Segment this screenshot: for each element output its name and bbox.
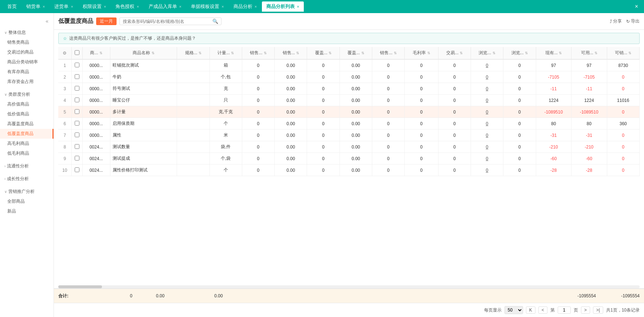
browse1-column-header[interactable]: 浏览... ⇅ [471,47,503,59]
row-browse1[interactable]: 0 [471,71,503,83]
horizontal-scrollbar[interactable] [58,285,640,288]
trans-column-header[interactable]: 交易... ⇅ [438,47,471,59]
close-icon[interactable]: × [179,4,181,9]
nav-tab-sales[interactable]: 销货单 × [22,1,49,12]
settings-icon[interactable]: ⚙ [63,51,67,56]
row-browse1[interactable]: 0 [471,83,503,95]
sidebar-item-sales-goods[interactable]: 销售类商品 [0,37,54,47]
sidebar-item-all-goods[interactable]: 全部商品 [0,197,54,206]
nav-tab-permission[interactable]: 权限设置 × [78,1,110,12]
close-icon[interactable]: × [297,4,299,9]
row-browse1[interactable]: 0 [471,165,503,176]
table-container[interactable]: ⚙ 商... ⇅ 商品名称 ⇅ 规格... ⇅ 计量... ⇅ 销售... ⇅ … [54,47,644,285]
row-sales-qty: 0 [242,59,274,71]
row-browse1[interactable]: 0 [471,153,503,165]
row-browse2: 0 [503,106,536,118]
sidebar-item-in-stock[interactable]: 有库存商品 [0,67,54,77]
sidebar-item-category-rate[interactable]: 商品分类动销率 [0,57,54,67]
sidebar-item-high-value[interactable]: 高价值商品 [0,99,54,109]
nav-tab-home[interactable]: 首页 [3,1,21,12]
sidebar-item-high-coverage[interactable]: 高覆盖度商品 [0,119,54,129]
sidebar-item-low-value[interactable]: 低价值商品 [0,109,54,119]
gross-rate-column-header[interactable]: 毛利率 ⇅ [405,47,438,59]
close-icon[interactable]: × [221,4,224,9]
close-icon[interactable]: × [137,4,139,9]
row-browse1[interactable]: 0 [471,106,503,118]
sidebar-item-traded-goods[interactable]: 交易过的商品 [0,47,54,57]
select-all-checkbox[interactable] [75,50,79,55]
sales3-column-header[interactable]: 销售... ⇅ [372,47,404,59]
sidebar-item-capital[interactable]: 库存资金占用 [0,77,54,87]
row-checkbox[interactable] [71,153,82,165]
row-checkbox[interactable] [71,165,82,176]
row-checkbox[interactable] [71,141,82,153]
name-column-header[interactable]: 商品名称 ⇅ [110,47,177,59]
stock-avail-column-header[interactable]: 可用... ⇅ [572,47,607,59]
row-cover1: 0 [307,141,339,153]
last-page-button[interactable]: >| [593,306,603,314]
sales-qty-column-header[interactable]: 销售... ⇅ [242,47,274,59]
table-row: 7 0000... 属性 米 0 0.00 0 0.00 0 0 0 0 0 -… [58,130,640,141]
sidebar-item-new-goods[interactable]: 新品 [0,206,54,216]
row-checkbox[interactable] [71,106,82,118]
row-browse1[interactable]: 0 [471,141,503,153]
total-label: 合计: [58,293,117,299]
next-page-button[interactable]: > [581,306,590,314]
row-checkbox[interactable] [71,130,82,141]
window-close-button[interactable]: × [632,3,641,10]
nav-tab-role[interactable]: 角色授权 × [111,1,143,12]
stock-sale-column-header[interactable]: 可销... ⇅ [607,47,639,59]
cover2-column-header[interactable]: 覆盖... ⇅ [339,47,372,59]
nav-tab-analysis[interactable]: 商品分析 × [229,1,261,12]
search-input[interactable] [123,19,211,24]
row-browse1[interactable]: 0 [471,95,503,106]
period-button[interactable]: 近一月 [96,17,117,25]
nav-tab-template[interactable]: 单据模板设置 × [186,1,228,12]
browse2-column-header[interactable]: 浏览... ⇅ [503,47,536,59]
sales-amt-column-header[interactable]: 销售... ⇅ [275,47,307,59]
sidebar-item-low-margin[interactable]: 低毛利商品 [0,148,54,158]
row-sales-qty: 0 [242,165,274,176]
row-checkbox[interactable] [71,83,82,95]
nav-tab-purchase[interactable]: 进货单 × [50,1,77,12]
row-checkbox[interactable] [71,118,82,130]
sidebar-group-marketing[interactable]: ∨ 营销推广分析 [0,187,54,197]
sidebar-group-cluster[interactable]: ∨ 类群度分析 [0,90,54,99]
close-icon[interactable]: × [104,4,106,9]
nav-tab-analysis-list[interactable]: 商品分析列表 × [262,1,303,12]
settings-column-header[interactable]: ⚙ [58,47,71,59]
scrollbar-thumb[interactable] [58,285,102,288]
row-spec [177,153,209,165]
nav-tab-product[interactable]: 产成品入库单 × [144,1,186,12]
sidebar-group-liquidity[interactable]: › 流通性分析 [0,161,54,171]
total-row: 合计: 0 0.00 0.00 -1095554 -1095554 [54,288,644,303]
current-page-input[interactable] [558,306,571,314]
checkbox-column-header[interactable] [71,47,82,59]
code-column-header[interactable]: 商... ⇅ [82,47,110,59]
unit-column-header[interactable]: 计量... ⇅ [209,47,242,59]
export-button[interactable]: ↻ 导出 [626,18,640,24]
row-browse1[interactable]: 0 [471,118,503,130]
close-icon[interactable]: × [71,4,73,9]
sidebar-item-low-coverage[interactable]: 低覆盖度商品 [0,129,54,139]
close-icon[interactable]: × [255,4,257,9]
stock-now-column-header[interactable]: 现有... ⇅ [536,47,572,59]
first-page-button[interactable]: K [526,306,535,314]
spec-column-header[interactable]: 规格... ⇅ [177,47,209,59]
row-checkbox[interactable] [71,71,82,83]
row-checkbox[interactable] [71,95,82,106]
row-checkbox[interactable] [71,59,82,71]
row-stock-sale: 0 [607,71,639,83]
prev-page-button[interactable]: < [538,306,547,314]
sidebar-group-overview[interactable]: ∨ 整体信息 [0,28,54,37]
sidebar-section-cluster: ∨ 类群度分析 高价值商品 低价值商品 高覆盖度商品 低覆盖度商品 高毛利商品 … [0,88,54,160]
sidebar-item-high-margin[interactable]: 高毛利商品 [0,139,54,148]
row-browse1[interactable]: 0 [471,59,503,71]
collapse-sidebar-button[interactable]: « [43,17,51,25]
share-button[interactable]: ⤴ 分享 [610,18,622,24]
row-browse1[interactable]: 0 [471,130,503,141]
page-size-select[interactable]: 50 100 200 [504,306,523,314]
close-icon[interactable]: × [43,4,45,9]
cover1-column-header[interactable]: 覆盖... ⇅ [307,47,339,59]
sidebar-group-growth[interactable]: › 成长性分析 [0,174,54,184]
